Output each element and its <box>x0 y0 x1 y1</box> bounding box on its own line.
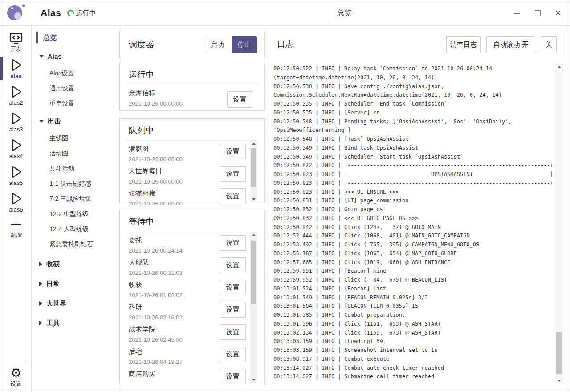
rail-item-dev[interactable]: 开发 <box>0 29 32 55</box>
active-indicator <box>0 57 3 80</box>
waiting-title: 等待中 <box>120 210 264 232</box>
sidebar-item-main-map[interactable]: 主线图 <box>32 131 118 146</box>
rail-item-add[interactable]: 新增 <box>0 216 32 241</box>
scroll-thumb[interactable] <box>251 148 256 187</box>
sidebar-item-12-4[interactable]: 12-4 大型练级 <box>32 222 118 237</box>
sidebar-group-opsi[interactable]: 大世界 <box>32 294 118 313</box>
scroll-down-icon[interactable] <box>250 196 257 202</box>
scroll-track[interactable] <box>555 70 563 377</box>
status-label: 运行中 <box>76 9 96 17</box>
task-setting-button[interactable]: 设置 <box>220 257 246 273</box>
clear-log-button[interactable]: 清空日志 <box>446 36 481 53</box>
task-row: 短猫相接 2021-10-26 00:00:00 设置 <box>120 185 264 205</box>
task-setting-button[interactable]: 设置 <box>220 188 246 204</box>
sidebar-group-label: 大世界 <box>46 299 66 308</box>
task-row: 大舰队 2021-10-26 00:31:03 设置 <box>120 254 264 277</box>
scroll-track[interactable] <box>250 147 257 196</box>
rail-label: alas6 <box>9 206 23 213</box>
sidebar-item-urgent-commission[interactable]: 紧急委托刷钻石 <box>32 237 118 252</box>
alas-logo-icon <box>7 4 25 22</box>
sidebar-item-alas-settings[interactable]: Alas设置 <box>32 66 118 81</box>
chevron-right-icon <box>39 262 42 266</box>
task-row: 大世界每日 2021-10-26 00:00:00 设置 <box>120 163 264 185</box>
rail-item-alas6[interactable]: alas6 <box>0 189 32 216</box>
sidebar-item-1-1[interactable]: 1-1 伏击刷好感 <box>32 176 118 192</box>
sidebar-group-label: 收获 <box>46 260 60 269</box>
sidebar-group-daily[interactable]: 日常 <box>32 274 118 294</box>
sidebar-group-tool[interactable]: 工具 <box>32 313 118 333</box>
maximize-button[interactable] <box>533 9 542 18</box>
autoscroll-off-button[interactable]: 关 <box>541 36 557 53</box>
stop-button[interactable]: 停止 <box>232 36 257 53</box>
running-status: 运行中 <box>67 9 96 17</box>
rail-item-alas2[interactable]: alas2 <box>0 82 32 109</box>
autoscroll-on-button[interactable]: 自动滚动 开 <box>486 36 535 53</box>
task-setting-button[interactable]: 设置 <box>220 324 246 340</box>
task-row: 商店购买 设置 <box>120 366 264 385</box>
scheduler-column: 调度器 启动 停止 运行中 余烬信标 2021-10-26 00:00:00 设… <box>118 26 265 392</box>
waiting-scrollbar[interactable] <box>250 232 257 383</box>
sidebar-item-overview[interactable]: 总览 <box>32 29 118 46</box>
scheduler-panel: 调度器 启动 停止 <box>119 31 265 58</box>
scroll-thumb[interactable] <box>556 332 562 374</box>
sidebar-item-12-2[interactable]: 12-2 中型练级 <box>32 207 118 222</box>
task-row: 战术学院 2021-10-26 02:45:50 设置 <box>120 321 264 343</box>
sidebar-item-label: 12-2 中型练级 <box>49 210 89 218</box>
task-setting-button[interactable]: 设置 <box>220 369 246 384</box>
rail-label: alas3 <box>9 126 23 133</box>
scroll-up-icon[interactable] <box>555 63 563 70</box>
spinner-icon <box>66 8 75 17</box>
sidebar-item-7-2[interactable]: 7-2 三战捡垃圾 <box>32 192 118 207</box>
scroll-down-icon[interactable] <box>555 377 563 384</box>
minimize-icon <box>514 13 520 14</box>
queued-scrollbar[interactable] <box>250 141 257 202</box>
instance-rail: 开发 alas alas2 alas3 alas4 alas5 alas6 <box>0 26 32 392</box>
task-setting-button[interactable]: 设置 <box>220 280 246 295</box>
rail-item-alas4[interactable]: alas4 <box>0 135 32 162</box>
sidebar-group-alas[interactable]: Alas <box>32 46 118 66</box>
close-button[interactable]: ✕ <box>554 9 562 18</box>
rail-item-settings[interactable]: ⚙ 设置 <box>0 364 32 390</box>
task-setting-button[interactable]: 设置 <box>220 144 246 159</box>
task-setting-button[interactable]: 设置 <box>220 235 246 251</box>
close-icon: ✕ <box>555 9 561 17</box>
play-icon <box>9 165 23 179</box>
sidebar-item-restart-settings[interactable]: 重启设置 <box>32 96 118 111</box>
play-icon <box>9 58 23 72</box>
task-setting-button[interactable]: 设置 <box>220 302 246 318</box>
waiting-panel: 等待中 委托 2021-10-26 00:24:14 设置 大舰队 2021-1… <box>119 210 265 384</box>
sidebar-group-sortie[interactable]: 出击 <box>32 111 118 131</box>
sidebar-item-coalition[interactable]: 共斗活动 <box>32 161 118 176</box>
task-setting-button[interactable]: 设置 <box>220 166 246 182</box>
sidebar-group-label: 日常 <box>46 280 60 288</box>
rail-item-alas5[interactable]: alas5 <box>0 162 32 189</box>
rail-item-alas[interactable]: alas <box>0 55 32 82</box>
app-window: Alas 运行中 总览 ✕ 开发 alas <box>0 0 570 392</box>
sidebar-item-label: 紧急委托刷钻石 <box>49 241 93 249</box>
sidebar-group-reward[interactable]: 收获 <box>32 254 118 274</box>
start-button[interactable]: 启动 <box>205 37 229 53</box>
sidebar-item-label: 通用设置 <box>49 85 74 93</box>
scroll-up-icon[interactable] <box>250 141 257 147</box>
sidebar-item-label: 活动图 <box>49 150 68 158</box>
task-setting-button[interactable]: 设置 <box>220 347 246 362</box>
sidebar-item-label: 12-4 大型练级 <box>49 225 89 233</box>
scroll-up-icon[interactable] <box>250 232 257 238</box>
sidebar-item-label: 7-2 三战捡垃圾 <box>49 195 91 203</box>
log-panel: 00:12:50.522 | INFO | Delay task `Commis… <box>268 63 563 384</box>
log-title: 日志 <box>268 39 294 50</box>
task-row: 委托 2021-10-26 00:24:14 设置 <box>120 232 264 254</box>
sidebar-item-general-settings[interactable]: 通用设置 <box>32 81 118 96</box>
page-title: 总览 <box>118 8 570 18</box>
scheduler-title: 调度器 <box>120 39 154 50</box>
task-setting-button[interactable]: 设置 <box>227 91 252 108</box>
queued-panel: 队列中 潜艇图 2021-10-26 00:00:00 设置 大世界每日 202… <box>119 118 265 203</box>
scroll-track[interactable] <box>250 238 257 377</box>
task-row: 收获 2021-10-26 01:08:02 设置 <box>120 277 264 299</box>
log-scrollbar[interactable] <box>555 63 563 384</box>
sidebar-item-event-map[interactable]: 活动图 <box>32 146 118 161</box>
minimize-button[interactable] <box>513 9 521 18</box>
rail-item-alas3[interactable]: alas3 <box>0 109 32 135</box>
scroll-down-icon[interactable] <box>250 377 257 383</box>
scroll-thumb[interactable] <box>251 241 256 304</box>
